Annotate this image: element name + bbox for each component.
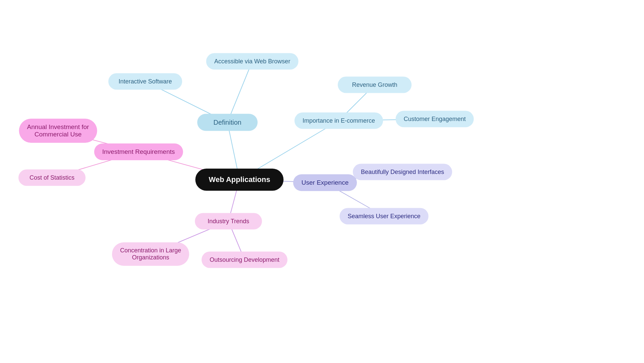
node-accessible[interactable]: Accessible via Web Browser	[206, 53, 299, 70]
node-importance[interactable]: Importance in E-commerce	[294, 113, 383, 129]
node-beautifully[interactable]: Beautifully Designed Interfaces	[353, 164, 452, 180]
node-outsourcing[interactable]: Outsourcing Development	[202, 252, 287, 268]
node-userexp[interactable]: User Experience	[293, 174, 357, 191]
node-concentration[interactable]: Concentration in LargeOrganizations	[112, 242, 189, 266]
node-industry[interactable]: Industry Trends	[195, 213, 262, 230]
mindmap-container: Web ApplicationsDefinitionAccessible via…	[0, 0, 644, 363]
node-seamless[interactable]: Seamless User Experience	[339, 208, 428, 225]
node-investment[interactable]: Investment Requirements	[94, 143, 183, 160]
node-revenue[interactable]: Revenue Growth	[338, 77, 412, 93]
node-customer[interactable]: Customer Engagement	[395, 111, 474, 127]
node-annual[interactable]: Annual Investment forCommercial Use	[19, 119, 97, 143]
node-center[interactable]: Web Applications	[195, 169, 283, 191]
node-cost[interactable]: Cost of Statistics	[18, 170, 86, 186]
node-interactive[interactable]: Interactive Software	[108, 73, 182, 90]
node-definition[interactable]: Definition	[197, 114, 258, 131]
svg-line-1	[227, 61, 252, 122]
